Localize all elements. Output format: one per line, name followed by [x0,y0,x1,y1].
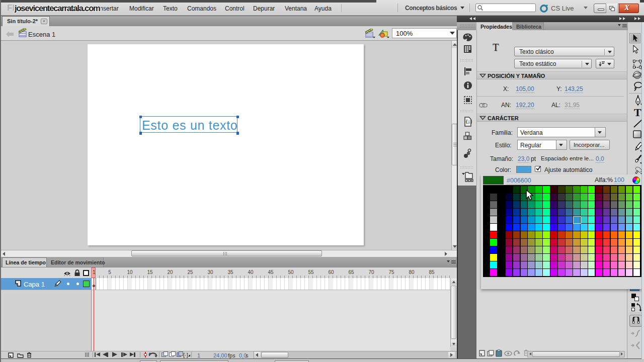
svg-text:{;}: {;} [465,120,472,124]
